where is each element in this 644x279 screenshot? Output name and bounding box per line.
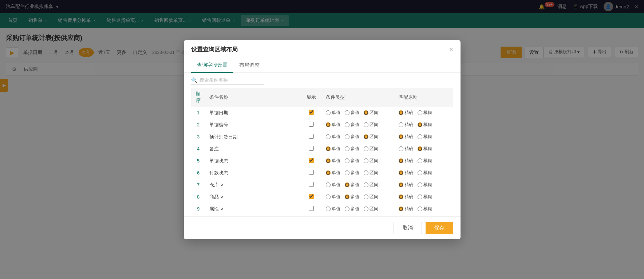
display-checkbox-7[interactable]: [309, 194, 314, 199]
dialog-tbody: 1单据日期单值多值区间精确模糊2单据编号单值多值区间精确模糊3预计到货日期单值多…: [191, 107, 453, 210]
display-checkbox-6[interactable]: [309, 182, 314, 187]
rule-radio-exact-8[interactable]: 精确: [399, 206, 413, 210]
rule-radio-fuzzy-7[interactable]: 模糊: [418, 194, 432, 200]
type-radio-range-8[interactable]: 区间: [364, 206, 378, 210]
display-checkbox-2[interactable]: [309, 134, 314, 139]
type-radio-single-2[interactable]: 单值: [326, 134, 340, 140]
row-display-1: [300, 119, 322, 131]
row-type-0: 单值多值区间: [322, 107, 395, 119]
dialog-tab-layout[interactable]: 布局调整: [233, 58, 265, 73]
dialog-close-btn[interactable]: ×: [449, 46, 453, 53]
type-radio-single-0[interactable]: 单值: [326, 110, 340, 116]
row-order-6: 7: [191, 179, 206, 191]
row-order-4: 5: [191, 155, 206, 167]
rule-radio-fuzzy-8[interactable]: 模糊: [418, 206, 432, 210]
type-radio-single-1[interactable]: 单值: [326, 122, 340, 128]
type-radio-range-1[interactable]: 区间: [364, 122, 378, 128]
row-rule-7: 精确模糊: [395, 191, 453, 203]
modal-overlay[interactable]: 设置查询区域布局 × 查询字段设置 布局调整 🔍 顺序: [0, 0, 644, 210]
display-checkbox-8[interactable]: [309, 206, 314, 210]
row-display-8: [300, 203, 322, 210]
type-radio-multi-2[interactable]: 多值: [345, 134, 359, 140]
row-type-1: 单值多值区间: [322, 119, 395, 131]
type-radio-range-0[interactable]: 区间: [364, 110, 378, 116]
rule-radio-fuzzy-3[interactable]: 模糊: [418, 146, 432, 152]
table-row: 2单据编号单值多值区间精确模糊: [191, 119, 453, 131]
dialog-table: 顺序 条件名称 显示 条件类型 匹配原则: [191, 88, 453, 107]
dialog-search: 🔍: [184, 73, 461, 88]
type-radio-multi-1[interactable]: 多值: [345, 122, 359, 128]
type-radio-range-5[interactable]: 区间: [364, 170, 378, 176]
table-row: 9属性 ∨单值多值区间精确模糊: [191, 203, 453, 210]
dialog-table-scroll: 1单据日期单值多值区间精确模糊2单据编号单值多值区间精确模糊3预计到货日期单值多…: [191, 107, 453, 210]
dialog: 设置查询区域布局 × 查询字段设置 布局调整 🔍 顺序: [184, 40, 461, 210]
display-checkbox-5[interactable]: [309, 170, 314, 175]
type-radio-single-5[interactable]: 单值: [326, 170, 340, 176]
display-checkbox-0[interactable]: [309, 110, 314, 115]
type-radio-single-8[interactable]: 单值: [326, 206, 340, 210]
row-type-4: 单值多值区间: [322, 155, 395, 167]
row-name-1: 单据编号: [206, 119, 300, 131]
rule-radio-exact-5[interactable]: 精确: [399, 170, 413, 176]
type-radio-multi-5[interactable]: 多值: [345, 170, 359, 176]
table-row: 6付款状态单值多值区间精确模糊: [191, 167, 453, 179]
dialog-tab-layout-label: 布局调整: [239, 62, 260, 68]
type-radio-multi-4[interactable]: 多值: [345, 158, 359, 164]
row-name-8: 属性 ∨: [206, 203, 300, 210]
display-checkbox-3[interactable]: [309, 146, 314, 151]
rule-radio-exact-0[interactable]: 精确: [399, 110, 413, 116]
row-rule-2: 精确模糊: [395, 131, 453, 143]
display-checkbox-1[interactable]: [309, 122, 314, 127]
rule-radio-exact-4[interactable]: 精确: [399, 158, 413, 164]
rule-radio-exact-6[interactable]: 精确: [399, 182, 413, 188]
dialog-header: 设置查询区域布局 ×: [184, 40, 461, 58]
rule-radio-exact-3[interactable]: 精确: [399, 146, 413, 152]
rule-radio-fuzzy-6[interactable]: 模糊: [418, 182, 432, 188]
type-radio-range-4[interactable]: 区间: [364, 158, 378, 164]
rule-radio-exact-1[interactable]: 精确: [399, 122, 413, 128]
search-input[interactable]: [199, 77, 264, 83]
display-checkbox-4[interactable]: [309, 158, 314, 163]
type-radio-single-4[interactable]: 单值: [326, 158, 340, 164]
type-radio-range-2[interactable]: 区间: [364, 134, 378, 140]
row-rule-0: 精确模糊: [395, 107, 453, 119]
row-display-0: [300, 107, 322, 119]
rule-radio-fuzzy-0[interactable]: 模糊: [418, 110, 432, 116]
type-radio-single-3[interactable]: 单值: [326, 146, 340, 152]
row-order-7: 8: [191, 191, 206, 203]
row-rule-8: 精确模糊: [395, 203, 453, 210]
dialog-table-head: 顺序 条件名称 显示 条件类型 匹配原则: [191, 88, 453, 107]
dialog-tab-query-fields[interactable]: 查询字段设置: [191, 58, 233, 73]
row-name-6: 仓库 ∨: [206, 179, 300, 191]
type-radio-range-6[interactable]: 区间: [364, 182, 378, 188]
type-radio-multi-0[interactable]: 多值: [345, 110, 359, 116]
row-order-0: 1: [191, 107, 206, 119]
row-rule-1: 精确模糊: [395, 119, 453, 131]
rule-radio-exact-2[interactable]: 精确: [399, 134, 413, 140]
row-name-2: 预计到货日期: [206, 131, 300, 143]
type-radio-single-7[interactable]: 单值: [326, 194, 340, 200]
th-order: 顺序: [191, 88, 206, 107]
rule-radio-exact-7[interactable]: 精确: [399, 194, 413, 200]
row-type-7: 单值多值区间: [322, 191, 395, 203]
type-radio-multi-6[interactable]: 多值: [345, 182, 359, 188]
row-type-8: 单值多值区间: [322, 203, 395, 210]
rule-radio-fuzzy-1[interactable]: 模糊: [418, 122, 432, 128]
th-rule: 匹配原则: [395, 88, 453, 107]
row-order-2: 3: [191, 131, 206, 143]
type-radio-single-6[interactable]: 单值: [326, 182, 340, 188]
row-order-8: 9: [191, 203, 206, 210]
rule-radio-fuzzy-4[interactable]: 模糊: [418, 158, 432, 164]
row-type-2: 单值多值区间: [322, 131, 395, 143]
type-radio-range-3[interactable]: 区间: [364, 146, 378, 152]
th-name: 条件名称: [206, 88, 300, 107]
type-radio-multi-3[interactable]: 多值: [345, 146, 359, 152]
table-row: 3预计到货日期单值多值区间精确模糊: [191, 131, 453, 143]
type-radio-multi-8[interactable]: 多值: [345, 206, 359, 210]
type-radio-range-7[interactable]: 区间: [364, 194, 378, 200]
rule-radio-fuzzy-2[interactable]: 模糊: [418, 134, 432, 140]
dialog-title: 设置查询区域布局: [191, 46, 238, 54]
rule-radio-fuzzy-5[interactable]: 模糊: [418, 170, 432, 176]
search-box: 🔍: [191, 77, 264, 85]
type-radio-multi-7[interactable]: 多值: [345, 194, 359, 200]
